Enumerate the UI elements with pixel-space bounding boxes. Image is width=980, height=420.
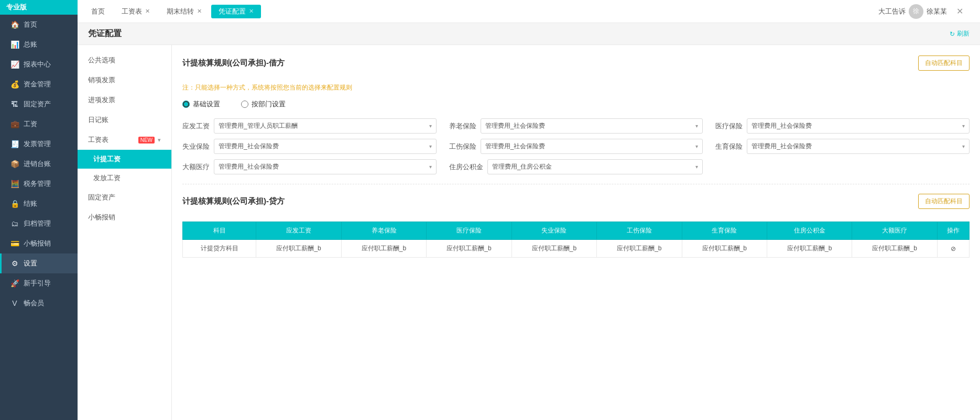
tab-voucher-close[interactable]: ✕ (249, 8, 254, 15)
top-right-actions: 大工告诉 徐 徐某某 ✕ (878, 4, 974, 19)
tab-period-closing[interactable]: 期末结转 ✕ (159, 5, 209, 18)
row-housing-fund: 应付职工薪酬_b (767, 240, 852, 258)
medical-select[interactable]: 管理费用_社会保险费 ▾ (747, 118, 970, 134)
injury-select[interactable]: 管理费用_社会保险费 ▾ (481, 139, 703, 154)
basic-setup-radio-input[interactable] (182, 101, 190, 108)
sidebar-item-payroll[interactable]: 💼 工资 (0, 114, 78, 134)
sidebar-item-closing[interactable]: 🔒 结账 (0, 194, 78, 214)
sidebar-item-tax[interactable]: 🧮 税务管理 (0, 174, 78, 194)
sidebar-label-archive: 归档管理 (24, 219, 51, 228)
left-nav-purchase-invoice[interactable]: 进项发票 (78, 90, 171, 110)
tab-payroll-table[interactable]: 工资表 ✕ (114, 5, 157, 18)
debit-auto-match-button[interactable]: 自动匹配科目 (918, 56, 970, 71)
unemployment-select[interactable]: 管理费用_社会保险费 ▾ (214, 139, 437, 154)
row-salary: 应付职工薪酬_b (256, 240, 341, 258)
page-title: 凭证配置 (88, 28, 122, 39)
sidebar-label-assets: 固定资产 (24, 100, 51, 109)
field-empty (715, 159, 970, 174)
row-maternity: 应付职工薪酬_b (682, 240, 767, 258)
basic-setup-radio[interactable]: 基础设置 (182, 100, 220, 109)
left-nav-fixed-assets[interactable]: 固定资产 (78, 187, 171, 207)
sidebar-item-archive[interactable]: 🗂 归档管理 (0, 214, 78, 234)
close-window-button[interactable]: ✕ (952, 6, 967, 16)
row-action[interactable]: ⊘ (937, 240, 969, 258)
sidebar-item-vip[interactable]: V 畅会员 (0, 293, 78, 313)
left-nav-accrual-label: 计提工资 (93, 155, 121, 163)
edit-icon[interactable]: ⊘ (951, 245, 956, 252)
left-nav-journal[interactable]: 日记账 (78, 110, 171, 130)
housing-fund-select[interactable]: 管理费用_住房公积金 ▾ (487, 159, 703, 174)
pension-value: 管理费用_社会保险费 (485, 121, 546, 130)
row-injury: 应付职工薪酬_b (597, 240, 682, 258)
maternity-label: 生育保险 (715, 142, 743, 151)
credit-section-title: 计提核算规则(公司承担)-贷方 (182, 196, 285, 206)
row-pension: 应付职工薪酬_b (341, 240, 426, 258)
sidebar-label-ledger: 总账 (24, 40, 37, 49)
user-info: 大工告诉 徐 徐某某 (878, 4, 947, 19)
credit-table: 科目 应发工资 养老保险 医疗保险 失业保险 工伤保险 生育保险 住房公积金 大… (182, 222, 970, 258)
top-bar: 首页 工资表 ✕ 期末结转 ✕ 凭证配置 ✕ 大工告诉 徐 徐某某 ✕ (78, 0, 980, 23)
col-pension: 养老保险 (341, 222, 426, 240)
expand-icon: ▾ (158, 137, 161, 143)
housing-fund-label: 住房公积金 (449, 162, 483, 172)
maternity-select[interactable]: 管理费用_社会保险费 ▾ (747, 139, 970, 154)
tab-payroll-close[interactable]: ✕ (145, 8, 150, 15)
row-unemployment: 应付职工薪酬_b (511, 240, 596, 258)
left-nav-pay-label: 发放工资 (93, 174, 121, 182)
archive-icon: 🗂 (10, 219, 19, 228)
sidebar-item-ledger[interactable]: 📊 总账 (0, 35, 78, 54)
page-header: 凭证配置 ↻ 刷新 (78, 23, 980, 45)
sidebar-label-guide: 新手引导 (24, 279, 51, 288)
tax-icon: 🧮 (10, 180, 19, 188)
left-nav-accrual-payroll[interactable]: 计提工资 (78, 150, 171, 169)
sidebar-item-inventory[interactable]: 📦 进销台账 (0, 154, 78, 174)
dept-setup-radio-input[interactable] (241, 101, 248, 108)
sidebar-label-reports: 报表中心 (24, 60, 51, 69)
basic-setup-label: 基础设置 (193, 100, 220, 109)
sidebar-item-guide[interactable]: 🚀 新手引导 (0, 273, 78, 293)
tab-home[interactable]: 首页 (84, 5, 112, 18)
left-nav-payroll-table[interactable]: 工资表 NEW ▾ (78, 130, 171, 150)
debit-fields-row1: 应发工资 管理费用_管理人员职工薪酬 ▾ 养老保险 管理费用_社会保险费 ▾ 医… (182, 118, 970, 134)
table-row: 计提贷方科目 应付职工薪酬_b 应付职工薪酬_b 应付职工薪酬_b 应付职工薪酬… (183, 240, 970, 258)
medical-value: 管理费用_社会保险费 (752, 121, 812, 130)
col-unemployment: 失业保险 (511, 222, 596, 240)
tab-period-close[interactable]: ✕ (197, 8, 202, 15)
large-medical-select[interactable]: 管理费用_社会保险费 ▾ (214, 159, 437, 174)
sidebar-item-xiaochang[interactable]: 💳 小畅报销 (0, 234, 78, 253)
col-medical: 医疗保险 (427, 222, 511, 240)
col-action: 操作 (937, 222, 969, 240)
sidebar-item-assets[interactable]: 🏗 固定资产 (0, 94, 78, 114)
credit-auto-match-button[interactable]: 自动匹配科目 (918, 194, 970, 209)
left-nav-xiaochang-expense[interactable]: 小畅报销 (78, 207, 171, 227)
left-nav-sales-invoice[interactable]: 销项发票 (78, 70, 171, 90)
left-nav-pay-payroll[interactable]: 发放工资 (78, 169, 171, 187)
sidebar-item-funds[interactable]: 💰 资金管理 (0, 74, 78, 94)
ledger-icon: 📊 (10, 40, 19, 49)
sidebar-item-invoices[interactable]: 🧾 发票管理 (0, 134, 78, 154)
sidebar-label-funds: 资金管理 (24, 80, 51, 89)
tab-voucher-config[interactable]: 凭证配置 ✕ (211, 5, 261, 18)
medical-label: 医疗保险 (715, 121, 743, 131)
sidebar-label-inventory: 进销台账 (24, 159, 51, 169)
left-nav-public-label: 公共选项 (88, 56, 115, 65)
left-nav-journal-label: 日记账 (88, 115, 108, 125)
salary-select[interactable]: 管理费用_管理人员职工薪酬 ▾ (214, 118, 437, 134)
unemployment-value: 管理费用_社会保险费 (219, 142, 279, 151)
debit-section-header: 计提核算规则(公司承担)-借方 自动匹配科目 (182, 56, 970, 76)
sidebar-item-reports[interactable]: 📈 报表中心 (0, 54, 78, 74)
left-nav-fixed-assets-label: 固定资产 (88, 193, 115, 202)
sidebar-item-settings[interactable]: ⚙ 设置 (0, 253, 78, 273)
debit-fields-row2: 失业保险 管理费用_社会保险费 ▾ 工伤保险 管理费用_社会保险费 ▾ 生育保险 (182, 139, 970, 154)
dept-setup-radio[interactable]: 按部门设置 (241, 100, 286, 109)
left-nav-public[interactable]: 公共选项 (78, 50, 171, 70)
sidebar-item-home[interactable]: 🏠 首页 (0, 15, 78, 35)
salary-label: 应发工资 (182, 121, 210, 131)
refresh-button[interactable]: ↻ 刷新 (950, 29, 970, 38)
debit-note: 注：只能选择一种方式，系统将按照您当前的选择来配置规则 (182, 83, 970, 92)
pension-select[interactable]: 管理费用_社会保险费 ▾ (481, 118, 703, 134)
sidebar-label-closing: 结账 (24, 199, 37, 208)
refresh-icon: ↻ (950, 30, 955, 38)
housing-fund-chevron: ▾ (695, 164, 698, 170)
avatar: 徐 (909, 4, 923, 19)
